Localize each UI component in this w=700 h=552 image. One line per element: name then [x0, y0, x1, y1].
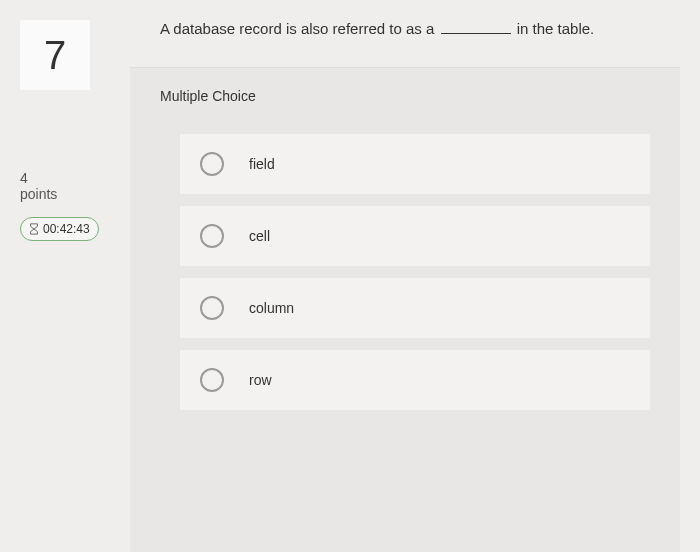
- radio-icon: [200, 296, 224, 320]
- timer-value: 00:42:43: [43, 222, 90, 236]
- option-row[interactable]: field: [180, 134, 650, 194]
- points-section: 4 points: [20, 170, 57, 202]
- answer-type-label: Multiple Choice: [160, 88, 650, 104]
- question-text-after: in the table.: [513, 20, 595, 37]
- answer-panel: Multiple Choice field cell column row: [130, 67, 680, 552]
- hourglass-icon: [29, 223, 39, 235]
- question-number: 7: [44, 33, 66, 78]
- question-text-before: A database record is also referred to as…: [160, 20, 439, 37]
- points-value: 4: [20, 170, 57, 186]
- radio-icon: [200, 152, 224, 176]
- radio-icon: [200, 368, 224, 392]
- option-label: cell: [249, 228, 270, 244]
- option-label: column: [249, 300, 294, 316]
- question-text: A database record is also referred to as…: [130, 20, 680, 37]
- blank-line: [441, 33, 511, 34]
- option-row[interactable]: row: [180, 350, 650, 410]
- main-content: A database record is also referred to as…: [110, 0, 700, 552]
- sidebar: 7 4 points 00:42:43: [0, 0, 110, 552]
- radio-icon: [200, 224, 224, 248]
- option-row[interactable]: column: [180, 278, 650, 338]
- options-list: field cell column row: [160, 134, 650, 410]
- option-label: field: [249, 156, 275, 172]
- option-row[interactable]: cell: [180, 206, 650, 266]
- points-label: points: [20, 186, 57, 202]
- timer-badge: 00:42:43: [20, 217, 99, 241]
- question-number-box: 7: [20, 20, 90, 90]
- option-label: row: [249, 372, 272, 388]
